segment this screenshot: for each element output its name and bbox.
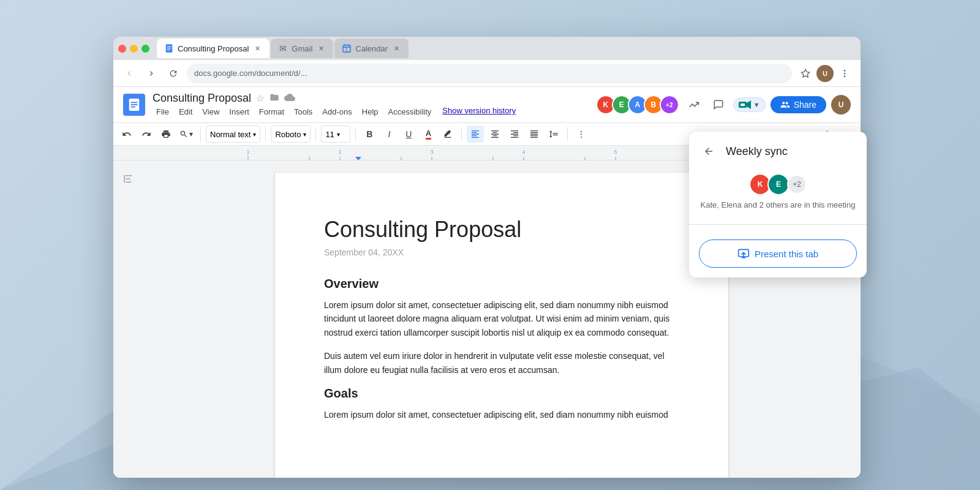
menu-format[interactable]: Format	[255, 106, 288, 118]
meet-participants-desc: Kate, Elena and 2 others are in this mee…	[701, 200, 856, 209]
font-size-dropdown[interactable]: 11 ▾	[321, 126, 350, 143]
tab-gmail-close[interactable]: ✕	[316, 43, 326, 53]
docs-header: Consulting Proposal ☆ File Edit View	[113, 87, 861, 123]
present-tab-label: Present this tab	[755, 249, 818, 259]
menu-accessibility[interactable]: Accessibility	[385, 106, 435, 118]
tab-calendar[interactable]: C Calendar ✕	[334, 39, 409, 58]
svg-text:5: 5	[614, 149, 617, 155]
menu-tools[interactable]: Tools	[290, 106, 316, 118]
meet-action-area: Present this tab	[689, 230, 867, 277]
italic-btn[interactable]: I	[380, 126, 398, 143]
share-label: Share	[794, 100, 816, 110]
doc-overview-body2: Duis autem vel eum iriure dolor in hendr…	[324, 349, 679, 377]
tab-calendar-close[interactable]: ✕	[391, 43, 401, 53]
user-avatar-docs[interactable]: U	[831, 95, 851, 115]
reload-btn[interactable]	[165, 65, 182, 82]
tab-consulting-close[interactable]: ✕	[252, 43, 262, 53]
meet-popup-header: Weekly sync	[689, 132, 867, 168]
back-btn[interactable]	[121, 65, 138, 82]
nav-bar: docs.google.com/document/d/... U	[113, 60, 861, 87]
docs-title-text: Consulting Proposal	[153, 92, 251, 105]
calendar-favicon: C	[342, 43, 352, 53]
consulting-favicon	[164, 43, 174, 53]
tab-consulting[interactable]: Consulting Proposal ✕	[157, 39, 270, 58]
more-options-btn[interactable]	[836, 65, 853, 82]
highlight-btn[interactable]	[439, 126, 456, 143]
menu-edit[interactable]: Edit	[175, 106, 196, 118]
svg-marker-20	[747, 100, 751, 109]
underline-btn[interactable]: U	[400, 126, 417, 143]
docs-header-right: K E A B +2	[596, 95, 851, 115]
svg-rect-18	[131, 107, 135, 108]
google-meet-btn[interactable]: ▼	[733, 97, 766, 112]
svg-point-14	[844, 75, 846, 77]
font-dropdown-label: Roboto	[275, 130, 301, 139]
meet-extra-count: +2	[793, 180, 801, 189]
close-window-btn[interactable]	[118, 45, 126, 53]
menu-insert[interactable]: Insert	[225, 106, 253, 118]
address-bar[interactable]: docs.google.com/document/d/...	[187, 64, 792, 83]
comments-btn[interactable]	[709, 95, 728, 115]
star-icon[interactable]: ☆	[256, 92, 265, 104]
svg-text:4: 4	[522, 149, 525, 155]
fullscreen-window-btn[interactable]	[141, 45, 149, 53]
traffic-lights	[118, 45, 149, 53]
svg-point-12	[844, 70, 846, 72]
toolbar-divider-1	[200, 127, 201, 141]
docs-menu: File Edit View Insert Format Tools Add-o…	[153, 106, 589, 118]
menu-help[interactable]: Help	[358, 106, 382, 118]
style-dropdown[interactable]: Normal text ▾	[206, 126, 260, 143]
forward-btn[interactable]	[143, 65, 160, 82]
print-btn[interactable]	[157, 126, 175, 143]
meet-back-btn[interactable]	[699, 141, 718, 161]
doc-date: September 04, 20XX	[324, 247, 679, 257]
activity-btn[interactable]	[684, 95, 704, 115]
doc-goals-heading: Goals	[324, 386, 679, 401]
minimize-window-btn[interactable]	[130, 45, 138, 53]
docs-title-area: Consulting Proposal ☆ File Edit View	[153, 92, 589, 118]
font-dropdown[interactable]: Roboto ▾	[271, 126, 311, 143]
collab-avatar-5: +2	[660, 95, 679, 115]
align-right-btn[interactable]	[506, 126, 523, 143]
svg-rect-39	[126, 175, 132, 176]
svg-rect-21	[741, 104, 745, 106]
meet-avatars-row: K E +2	[749, 173, 807, 195]
present-tab-btn[interactable]: Present this tab	[699, 239, 857, 268]
collaborator-avatars: K E A B +2	[596, 95, 679, 115]
menu-file[interactable]: File	[153, 106, 173, 118]
folder-icon[interactable]	[270, 92, 279, 104]
toolbar-divider-4	[355, 127, 356, 141]
doc-overview-heading: Overview	[324, 277, 679, 291]
undo-btn[interactable]	[118, 126, 135, 143]
zoom-btn[interactable]: ▾	[177, 126, 195, 143]
bold-btn[interactable]: B	[361, 126, 378, 143]
share-button[interactable]: Share	[771, 96, 826, 113]
doc-overview-body1: Lorem ipsum dolor sit amet, consectetuer…	[324, 298, 679, 339]
user-avatar-nav[interactable]: U	[816, 65, 834, 82]
svg-rect-17	[131, 104, 138, 105]
doc-outline-sidebar	[113, 160, 143, 478]
outline-icon[interactable]	[119, 170, 137, 187]
svg-rect-3	[167, 47, 172, 47]
version-history-link[interactable]: Show version history	[442, 106, 516, 118]
menu-addons[interactable]: Add-ons	[318, 106, 355, 118]
cloud-icon[interactable]	[284, 92, 295, 105]
align-left-btn[interactable]	[467, 126, 484, 143]
gmail-favicon: ✉	[278, 43, 288, 53]
align-justify-btn[interactable]	[526, 126, 543, 143]
svg-text:1: 1	[246, 149, 249, 155]
tab-gmail[interactable]: ✉ Gmail ✕	[271, 39, 333, 58]
align-center-btn[interactable]	[486, 126, 503, 143]
tab-consulting-label: Consulting Proposal	[178, 44, 249, 53]
font-size-arrow: ▾	[337, 131, 340, 138]
line-spacing-btn[interactable]	[545, 126, 562, 143]
text-color-btn[interactable]: A	[420, 126, 437, 143]
menu-view[interactable]: View	[198, 106, 223, 118]
redo-btn[interactable]	[138, 126, 155, 143]
tab-gmail-label: Gmail	[292, 44, 312, 53]
style-dropdown-arrow: ▾	[253, 131, 256, 138]
more-toolbar-btn[interactable]: ⋮	[573, 126, 590, 143]
svg-rect-16	[131, 102, 138, 103]
bookmark-btn[interactable]	[797, 65, 814, 82]
nav-right: U	[797, 65, 853, 82]
